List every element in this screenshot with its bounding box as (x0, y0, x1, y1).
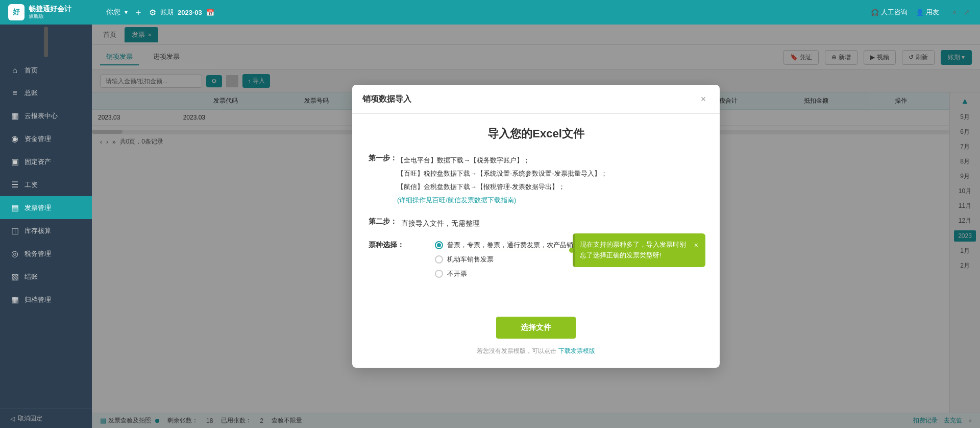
ticket-select-label: 票种选择： (369, 241, 404, 250)
radio-general-dot (437, 243, 441, 247)
sidebar-item-tax[interactable]: ◎ 税务管理 (0, 242, 92, 265)
radio-motor-circle (435, 255, 443, 264)
step1-line1: 【全电平台】数据下载→【税务数字账户】； (397, 154, 607, 167)
tooltip-box: × 现在支持的票种多了，导入发票时别忘了选择正确的发票类型呀! (573, 233, 705, 267)
sidebar-item-asset[interactable]: ▣ 固定资产 (0, 150, 92, 173)
settings-icon[interactable]: ⚙ (149, 8, 156, 17)
ticket-select-block: 票种选择： 普票，专票，卷票，通行费发票，农产品销售发票 机动车销售 (369, 241, 703, 286)
sidebar-item-settlement[interactable]: ▧ 结账 (0, 265, 92, 288)
select-file-button[interactable]: 选择文件 (496, 317, 576, 339)
report-icon: ▦ (10, 111, 19, 121)
app-logo: 好 畅捷通好会计 旗舰版 (8, 4, 100, 20)
step1-label: 第一步： (369, 154, 397, 203)
ledger-icon: ≡ (10, 88, 19, 98)
sidebar-item-invoice[interactable]: ▤ 发票管理 (0, 196, 92, 219)
app-edition: 旗舰版 (29, 13, 71, 20)
home-icon: ⌂ (10, 66, 19, 75)
logo-icon: 好 (8, 4, 24, 20)
sidebar-item-home[interactable]: ⌂ 首页 (0, 59, 92, 82)
modal-main-title: 导入您的Excel文件 (369, 126, 703, 141)
sidebar-label-fund: 资金管理 (24, 134, 51, 144)
step2-label: 第二步： (369, 217, 397, 226)
sidebar-label-tax: 税务管理 (24, 249, 51, 258)
footer-note-text: 若您没有发票模版，可以点击 (477, 347, 556, 354)
top-bar: 好 畅捷通好会计 旗舰版 你您 ▾ ＋ ⚙ 账期 2023-03 📅 🎧 人工咨… (0, 0, 980, 25)
step2-row: 第二步： 直接导入文件，无需整理 (369, 217, 703, 230)
user-label: 用友 (926, 8, 939, 17)
sidebar-cancel-pin[interactable]: ◁ 取消固定 (0, 409, 92, 428)
step1-block: 第一步： 【全电平台】数据下载→【税务数字账户】； 【百旺】税控盘数据下载→【系… (369, 154, 703, 207)
add-button[interactable]: ＋ (134, 6, 143, 18)
tooltip-text: 现在支持的票种多了，导入发票时别忘了选择正确的发票类型呀! (580, 241, 686, 259)
user-button[interactable]: 👤 用友 (916, 8, 939, 17)
sidebar-item-report[interactable]: ▦ 云报表中心 (0, 104, 92, 127)
asset-icon: ▣ (10, 157, 19, 167)
company-dropdown-icon[interactable]: ▾ (125, 9, 128, 16)
sidebar-item-archive[interactable]: ▦ 归档管理 (0, 288, 92, 311)
import-modal: 销项数据导入 × 导入您的Excel文件 第一步： 【全电平台】数据下载→【税务… (352, 85, 720, 368)
window-controls: × ⤢ (949, 7, 972, 17)
modal-header: 销项数据导入 × (352, 85, 720, 114)
step2-block: 第二步： 直接导入文件，无需整理 (369, 217, 703, 230)
modal-title: 销项数据导入 (362, 94, 411, 105)
modal-footer: 选择文件 若您没有发票模版，可以点击 下载发票模版 (352, 313, 720, 368)
sidebar-label-settlement: 结账 (24, 272, 38, 281)
sidebar-label-invoice: 发票管理 (24, 203, 51, 212)
modal-footer-note: 若您没有发票模版，可以点击 下载发票模版 (369, 347, 703, 355)
company-name[interactable]: 你您 (106, 8, 120, 17)
tax-icon: ◎ (10, 249, 19, 258)
sidebar-item-fund[interactable]: ◉ 资金管理 (0, 127, 92, 150)
period-label: 账期 (160, 8, 174, 17)
sidebar-label-payroll: 工资 (24, 180, 38, 189)
modal-close-button[interactable]: × (697, 93, 709, 105)
step1-guide-link: (详细操作见百旺/航信发票数据下载指南) (397, 194, 607, 207)
sidebar-item-inventory[interactable]: ◫ 库存核算 (0, 219, 92, 242)
radio-none-label: 不开票 (447, 269, 467, 278)
radio-none-circle (435, 270, 443, 278)
payroll-icon: ☰ (10, 180, 19, 189)
sidebar-scroll: ⌂ 首页 ≡ 总账 ▦ 云报表中心 ◉ 资金管理 ▣ 固定资产 ☰ 工资 (0, 59, 92, 409)
radio-none[interactable]: 不开票 (435, 269, 593, 278)
modal-body: 导入您的Excel文件 第一步： 【全电平台】数据下载→【税务数字账户】； 【百… (352, 114, 720, 313)
top-right-area: 🎧 人工咨询 👤 用友 (871, 8, 939, 17)
invoice-icon: ▤ (10, 203, 19, 212)
logo-text-block: 畅捷通好会计 旗舰版 (29, 5, 71, 20)
sidebar-label-home: 首页 (24, 66, 38, 75)
pin-icon: ◁ (10, 415, 15, 422)
radio-general-circle (435, 241, 443, 249)
tooltip-bar (573, 233, 575, 267)
sidebar-label-asset: 固定资产 (24, 157, 51, 167)
app-name: 畅捷通好会计 (29, 5, 71, 13)
consult-label: 人工咨询 (881, 8, 908, 17)
guide-link[interactable]: (详细操作见百旺/航信发票数据下载指南) (397, 196, 516, 204)
radio-motor-label: 机动车销售发票 (447, 255, 494, 264)
radio-motor[interactable]: 机动车销售发票 (435, 255, 593, 264)
headset-icon: 🎧 (871, 9, 879, 16)
consult-button[interactable]: 🎧 人工咨询 (871, 8, 908, 17)
tooltip-close-button[interactable]: × (694, 240, 698, 251)
download-template-link[interactable]: 下载发票模版 (558, 347, 595, 354)
sidebar-label-archive: 归档管理 (24, 295, 51, 304)
sidebar-label-report: 云报表中心 (24, 111, 58, 121)
step1-line2: 【百旺】税控盘数据下载→【系统设置-系统参数设置-发票批量导入】； (397, 167, 607, 180)
window-close-button[interactable]: × (949, 7, 960, 17)
step1-row: 第一步： 【全电平台】数据下载→【税务数字账户】； 【百旺】税控盘数据下载→【系… (369, 154, 703, 207)
inventory-icon: ◫ (10, 226, 19, 235)
archive-icon: ▦ (10, 295, 19, 304)
modal-overlay: 销项数据导入 × 导入您的Excel文件 第一步： 【全电平台】数据下载→【税务… (92, 25, 980, 428)
sidebar-item-ledger[interactable]: ≡ 总账 (0, 82, 92, 104)
step1-content: 【全电平台】数据下载→【税务数字账户】； 【百旺】税控盘数据下载→【系统设置-系… (397, 154, 607, 207)
settlement-icon: ▧ (10, 272, 19, 281)
calendar-icon[interactable]: 📅 (206, 9, 214, 16)
sidebar-cancel-pin-label: 取消固定 (18, 414, 42, 423)
step1-line3: 【航信】金税盘数据下载→【报税管理-发票数据导出】； (397, 180, 607, 194)
fund-icon: ◉ (10, 134, 19, 144)
radio-group: 普票，专票，卷票，通行费发票，农产品销售发票 机动车销售发票 不开票 (435, 241, 593, 278)
period-value[interactable]: 2023-03 (178, 9, 202, 16)
top-bar-main: 你您 ▾ ＋ ⚙ 账期 2023-03 📅 🎧 人工咨询 👤 用友 (106, 6, 939, 18)
sidebar-scrollbar-top (44, 27, 48, 57)
user-icon: 👤 (916, 9, 924, 16)
sidebar-item-payroll[interactable]: ☰ 工资 (0, 173, 92, 196)
sidebar-label-ledger: 总账 (24, 88, 38, 98)
window-maximize-button[interactable]: ⤢ (962, 7, 972, 17)
